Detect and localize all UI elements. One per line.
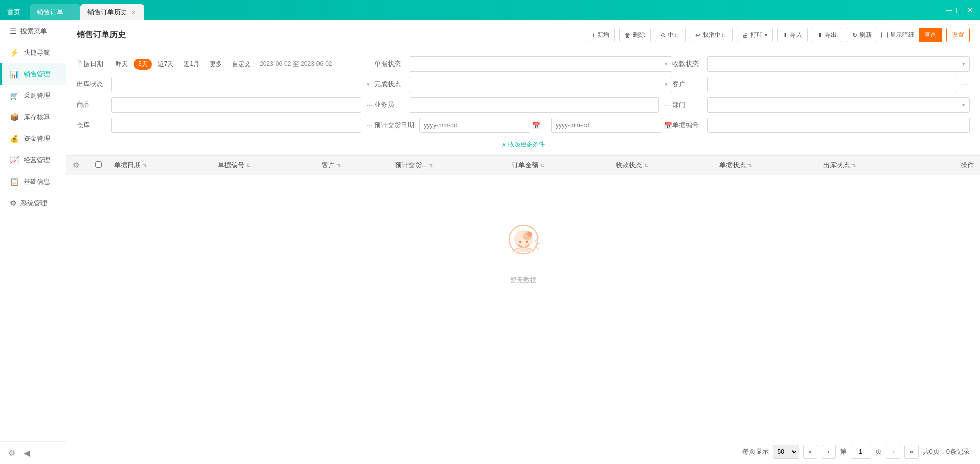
page-unit: 页 — [875, 447, 882, 456]
sidebar-item-sales[interactable]: 📊 销售管理 — [0, 63, 66, 85]
sidebar-item-operation[interactable]: 📈 经营管理 — [0, 149, 66, 171]
th-number-sort[interactable]: ⇅ — [246, 163, 250, 168]
th-receipt-label: 收款状态 — [616, 161, 642, 170]
receipt-status-select[interactable]: ▾ — [707, 56, 970, 72]
new-icon: + — [591, 32, 595, 39]
filter-product: 商品 ··· — [77, 97, 374, 113]
filter-completion: 完成状态 ▾ — [374, 77, 672, 92]
date-tab-custom[interactable]: 自定义 — [228, 59, 255, 70]
th-bill-sort[interactable]: ⇅ — [748, 163, 752, 168]
warehouse-dots[interactable]: ··· — [364, 121, 375, 129]
sales-input[interactable] — [409, 97, 659, 113]
delete-button[interactable]: 🗑 删除 — [619, 28, 651, 42]
delivery-date-start-icon[interactable]: 📅 — [532, 122, 540, 129]
page-number-input[interactable] — [851, 445, 871, 459]
sidebar-item-inventory[interactable]: 📦 库存核算 — [0, 106, 66, 128]
display-columns-checkbox[interactable]: 显示暗细 — [881, 31, 915, 39]
th-delivery-sort[interactable]: ⇅ — [429, 163, 433, 168]
department-select[interactable]: ▾ — [707, 97, 970, 113]
th-outbound-sort[interactable]: ⇅ — [852, 163, 856, 168]
print-button[interactable]: 🖨 打印 ▾ — [737, 28, 773, 42]
th-delivery-label: 预计交货... — [395, 161, 427, 170]
next-page-button[interactable]: › — [886, 445, 900, 459]
settings-button[interactable]: 设置 — [946, 28, 970, 42]
sidebar-item-base-info-label: 基础信息 — [24, 177, 50, 186]
th-amount: 订单金额 ⇅ — [506, 156, 609, 175]
cancel-stop-button[interactable]: ↩ 取消中止 — [690, 28, 733, 42]
tab-home[interactable]: 首页 — [0, 4, 28, 20]
warehouse-control: ··· — [111, 118, 374, 133]
date-tab-1month[interactable]: 近1月 — [179, 59, 203, 70]
operation-icon: 📈 — [10, 156, 19, 165]
th-delivery: 预计交货... ⇅ — [389, 156, 506, 175]
prev-page-button[interactable]: ‹ — [822, 445, 836, 459]
sales-dots[interactable]: ··· — [662, 101, 672, 109]
export-button[interactable]: ⬇ 导出 — [812, 28, 842, 42]
next-page-icon: › — [892, 448, 894, 455]
window-max-icon[interactable]: □ — [956, 5, 962, 16]
completion-arrow: ▾ — [665, 81, 668, 88]
tab-bar: 首页 销售订单 ✕ 销售订单历史 ✕ — [0, 0, 946, 20]
per-page-select[interactable]: 50 10 20 100 — [773, 445, 799, 459]
bill-status-select[interactable]: ▾ — [409, 56, 672, 72]
last-page-button[interactable]: » — [904, 445, 919, 459]
display-columns-input[interactable] — [881, 32, 888, 38]
delivery-date-end-icon[interactable]: 📅 — [664, 122, 672, 129]
tab-sales-history-close[interactable]: ✕ — [130, 9, 137, 16]
tab-sales-order-close[interactable]: ✕ — [66, 9, 73, 16]
new-label: 新增 — [597, 31, 609, 39]
stop-button[interactable]: ⊘ 中止 — [655, 28, 686, 42]
sidebar-item-finance[interactable]: 💰 资金管理 — [0, 128, 66, 149]
customer-dots[interactable]: ··· — [960, 80, 970, 89]
window-min-icon[interactable]: ─ — [946, 5, 952, 16]
product-dots[interactable]: ··· — [364, 101, 375, 109]
sidebar-settings-icon[interactable]: ⚙ — [8, 448, 15, 458]
date-tab-3days[interactable]: 3天 — [134, 59, 152, 70]
refresh-label: 刷新 — [859, 31, 872, 39]
date-tab-more[interactable]: 更多 — [206, 59, 226, 70]
first-page-button[interactable]: « — [803, 445, 817, 459]
customer-input[interactable] — [707, 77, 957, 92]
filter-date: 单据日期 昨天 3天 近7天 近1月 更多 自定义 2023-06-02 至 2… — [77, 59, 374, 70]
sidebar-item-base-info[interactable]: 📋 基础信息 — [0, 171, 66, 192]
settings-columns-icon[interactable]: ⚙ — [73, 161, 79, 169]
tab-sales-history[interactable]: 销售订单历史 ✕ — [80, 4, 144, 20]
filter-row-3: 商品 ··· 业务员 ··· 部门 — [77, 97, 970, 113]
warehouse-input[interactable] — [111, 118, 361, 133]
print-label: 打印 — [750, 31, 763, 39]
date-tab-7days[interactable]: 近7天 — [154, 59, 178, 70]
sidebar-item-quick-nav[interactable]: ⚡ 快捷导航 — [0, 42, 66, 63]
th-amount-sort[interactable]: ⇅ — [540, 163, 544, 168]
sidebar-item-search[interactable]: ☰ 搜索菜单 — [0, 20, 66, 42]
filter-bill-status: 单据状态 ▾ — [374, 56, 672, 72]
th-receipt-sort[interactable]: ⇅ — [644, 163, 648, 168]
tab-sales-order[interactable]: 销售订单 ✕ — [30, 4, 80, 20]
date-tab-yesterday[interactable]: 昨天 — [111, 59, 132, 70]
import-button[interactable]: ⬆ 导入 — [777, 28, 808, 42]
refresh-button[interactable]: ↻ 刷新 — [847, 28, 877, 42]
sidebar-item-purchase[interactable]: 🛒 采购管理 — [0, 85, 66, 106]
delivery-date-start[interactable] — [419, 118, 530, 133]
collapse-label: 收起更多条件 — [508, 140, 545, 149]
th-customer-sort[interactable]: ⇅ — [337, 163, 341, 168]
query-button[interactable]: 查询 — [919, 28, 942, 42]
export-icon: ⬇ — [817, 32, 823, 39]
delivery-date-end[interactable] — [551, 118, 662, 133]
select-all-checkbox[interactable] — [95, 161, 102, 168]
new-button[interactable]: + 新增 — [586, 28, 615, 42]
sidebar-collapse-icon[interactable]: ◀ — [24, 448, 30, 458]
th-date-sort[interactable]: ⇅ — [143, 163, 147, 168]
sidebar-item-system[interactable]: ⚙ 系统管理 — [0, 192, 66, 214]
empty-text: 暂无数据 — [510, 276, 537, 285]
sidebar-item-sales-label: 销售管理 — [24, 70, 50, 79]
filter-customer: 客户 ··· — [672, 77, 970, 92]
window-close-icon[interactable]: ✕ — [966, 5, 974, 16]
product-input[interactable] — [111, 97, 361, 113]
data-table: ⚙ 单据日期 ⇅ 单据编号 — [66, 156, 980, 326]
sidebar-bottom: ⚙ ◀ — [0, 441, 66, 464]
outbound-select[interactable]: ▾ — [111, 77, 374, 92]
collapse-bar[interactable]: ∧ 收起更多条件 — [77, 138, 970, 149]
bill-status-label: 单据状态 — [374, 59, 405, 69]
completion-select[interactable]: ▾ — [409, 77, 672, 92]
order-number-input[interactable] — [707, 118, 970, 133]
